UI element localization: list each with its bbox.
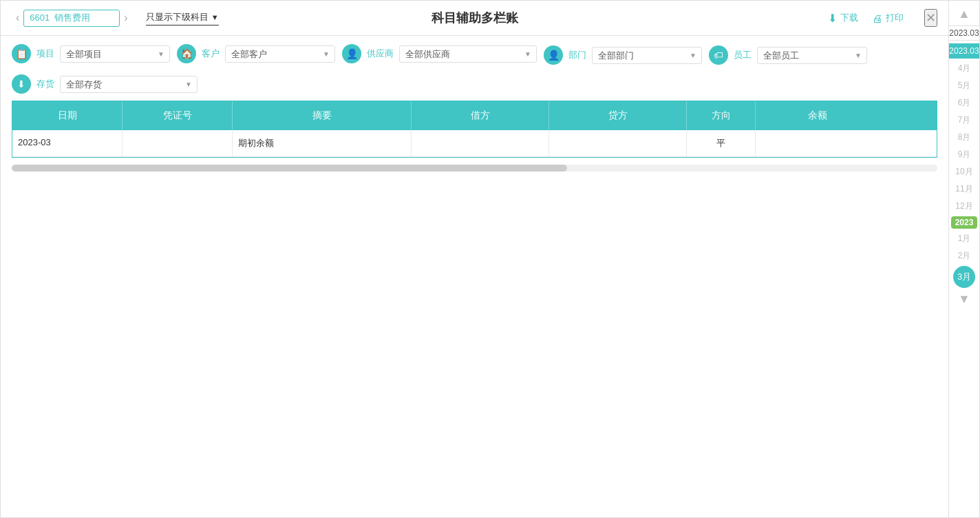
cell-summary: 期初余额 [233, 130, 412, 156]
sidebar-month-9[interactable]: 9月 [950, 146, 978, 163]
department-label: 部门 [568, 49, 586, 61]
supplier-select-wrapper: 全部供应商 [399, 45, 537, 63]
year-badge: 2023 [951, 216, 978, 229]
employee-label: 员工 [734, 49, 752, 61]
project-select[interactable]: 全部项目 [60, 45, 170, 63]
chevron-down-icon: ▼ [211, 13, 219, 21]
cell-date: 2023-03 [12, 130, 122, 156]
col-debit: 借方 [412, 101, 549, 130]
next-account-button[interactable]: › [120, 10, 131, 25]
sidebar-period-header[interactable]: 2023.03 [948, 25, 979, 41]
customer-select[interactable]: 全部客户 [225, 45, 335, 63]
inventory-filter: ⬇ 存货 全部存货 [12, 74, 198, 94]
department-select[interactable]: 全部部门 [592, 47, 702, 64]
filter-bar: 📋 项目 全部项目 🏠 客户 全部客户 [1, 36, 948, 101]
inventory-label: 存货 [36, 78, 54, 90]
cell-debit [412, 130, 549, 156]
project-label: 项目 [36, 48, 54, 60]
header-actions: ⬇ 下载 🖨 打印 ✕ [828, 9, 937, 27]
main-content: ‹ › 只显示下级科目 ▼ 科目辅助多栏账 ⬇ 下载 🖨 打印 ✕ [1, 1, 948, 517]
project-icon: 📋 [12, 44, 31, 63]
inventory-select-wrapper: 全部存货 [60, 76, 198, 93]
account-selector [23, 10, 120, 27]
download-icon: ⬇ [828, 12, 837, 25]
supplier-icon: 👤 [342, 44, 361, 63]
customer-filter: 🏠 客户 全部客户 [177, 44, 335, 63]
cell-direction: 平 [687, 130, 756, 156]
sidebar-nav-up[interactable]: ▲ [955, 4, 973, 24]
page-title: 科目辅助多栏账 [432, 10, 518, 26]
show-sub-filter[interactable]: 只显示下级科目 ▼ [146, 11, 219, 25]
sidebar-month-3-active[interactable]: 3月 [953, 266, 975, 288]
close-button[interactable]: ✕ [924, 9, 937, 27]
supplier-filter: 👤 供应商 全部供应商 [342, 44, 537, 63]
table-body: 2023-03 期初余额 平 [12, 130, 937, 157]
customer-label: 客户 [202, 48, 220, 60]
account-input[interactable] [23, 10, 120, 27]
sidebar-month-5[interactable]: 5月 [950, 77, 978, 94]
customer-icon: 🏠 [177, 44, 196, 63]
sidebar-month-8[interactable]: 8月 [950, 129, 978, 146]
header-bar: ‹ › 只显示下级科目 ▼ 科目辅助多栏账 ⬇ 下载 🖨 打印 ✕ [1, 1, 948, 36]
download-label: 下载 [840, 12, 858, 24]
right-sidebar: ▲ 2023.03 2023.03 4月 5月 6月 7月 8月 9月 10月 … [948, 1, 979, 517]
col-balance: 余额 [756, 101, 880, 130]
show-sub-label: 只显示下级科目 [146, 11, 209, 23]
sidebar-month-12[interactable]: 12月 [950, 198, 978, 215]
horizontal-scrollbar[interactable] [12, 165, 937, 172]
sidebar-month-6[interactable]: 6月 [950, 94, 978, 112]
cell-credit [549, 130, 687, 156]
department-filter: 👤 部门 全部部门 [544, 45, 702, 65]
sidebar-month-1[interactable]: 1月 [950, 230, 978, 247]
department-select-wrapper: 全部部门 [592, 47, 702, 64]
prev-account-button[interactable]: ‹ [12, 10, 23, 25]
inventory-select[interactable]: 全部存货 [60, 76, 198, 93]
sidebar-period-selected[interactable]: 2023.03 [948, 43, 979, 59]
sidebar-month-11[interactable]: 11月 [950, 180, 978, 198]
sidebar-nav-down[interactable]: ▼ [955, 289, 973, 309]
table-row[interactable]: 2023-03 期初余额 平 [12, 130, 937, 157]
department-icon: 👤 [544, 45, 563, 65]
inventory-icon: ⬇ [12, 74, 31, 94]
print-label: 打印 [886, 12, 904, 24]
project-select-wrapper: 全部项目 [60, 45, 170, 63]
col-credit: 贷方 [549, 101, 687, 130]
employee-select[interactable]: 全部员工 [757, 47, 867, 64]
table-header: 日期 凭证号 摘要 借方 贷方 方向 余额 [12, 101, 937, 130]
sidebar-month-7[interactable]: 7月 [950, 112, 978, 129]
employee-icon: 🏷 [709, 45, 728, 65]
cell-balance [756, 130, 880, 156]
employee-select-wrapper: 全部员工 [757, 47, 867, 64]
sidebar-month-10[interactable]: 10月 [950, 163, 978, 180]
scrollbar-thumb[interactable] [12, 165, 567, 172]
sidebar-month-4[interactable]: 4月 [950, 60, 978, 77]
customer-select-wrapper: 全部客户 [225, 45, 335, 63]
download-button[interactable]: ⬇ 下载 [828, 12, 858, 25]
col-voucher: 凭证号 [122, 101, 233, 130]
col-date: 日期 [12, 101, 122, 130]
ledger-table: 日期 凭证号 摘要 借方 贷方 方向 余额 2023-03 期初余额 平 [12, 101, 937, 158]
col-direction: 方向 [687, 101, 756, 130]
project-filter: 📋 项目 全部项目 [12, 44, 170, 63]
employee-filter: 🏷 员工 全部员工 [709, 45, 867, 65]
print-icon: 🖨 [872, 12, 882, 24]
sidebar-month-2[interactable]: 2月 [950, 247, 978, 265]
supplier-label: 供应商 [367, 48, 394, 60]
supplier-select[interactable]: 全部供应商 [399, 45, 537, 63]
print-button[interactable]: 🖨 打印 [872, 12, 904, 24]
col-summary: 摘要 [233, 101, 412, 130]
cell-voucher [122, 130, 233, 156]
